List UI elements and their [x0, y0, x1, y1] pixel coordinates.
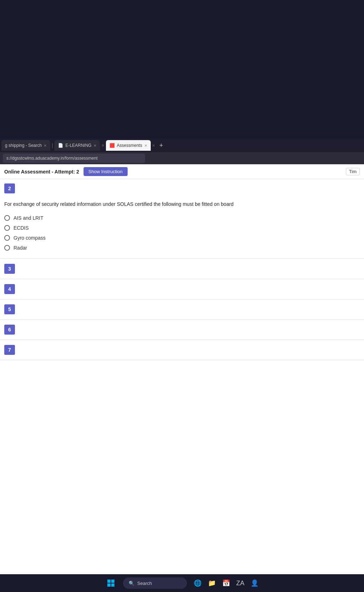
question-5-row: 5 [0, 301, 364, 318]
timer-display: Tim [346, 168, 360, 175]
divider-2 [0, 279, 364, 279]
divider-4 [0, 319, 364, 320]
divider-6 [0, 360, 364, 360]
option-gyro[interactable]: Gyro compass [4, 233, 360, 243]
tab-assessments-close[interactable]: ✕ [144, 144, 147, 148]
divider-3 [0, 299, 364, 299]
tab-separator-1: | [51, 143, 54, 148]
windows-start-button[interactable] [105, 577, 117, 590]
tab-separator-2: × [101, 143, 105, 148]
taskbar-search-icon: 🔍 [129, 581, 134, 586]
taskbar-user-icon[interactable]: 👤 [250, 578, 259, 588]
option-ais-lrit-label: AIS and LRIT [14, 215, 43, 221]
divider-5 [0, 340, 364, 340]
option-radar[interactable]: Radar [4, 243, 360, 253]
option-ais-lrit[interactable]: AIS and LRIT [4, 213, 360, 223]
taskbar-calendar-icon[interactable]: 📅 [221, 578, 231, 588]
tab-bar: g shipping - Search ✕ | 📄 E-LEARNING ✕ ×… [0, 139, 364, 152]
tab-elearning-label: E-LEARNING [65, 143, 91, 148]
browser-chrome: g shipping - Search ✕ | 📄 E-LEARNING ✕ ×… [0, 139, 364, 164]
tab-elearning-close[interactable]: ✕ [93, 144, 96, 148]
taskbar-search-label: Search [137, 581, 152, 586]
question-6-row: 6 [0, 321, 364, 338]
tab-shipping[interactable]: g shipping - Search ✕ [1, 140, 50, 151]
radio-ais-lrit[interactable] [4, 215, 10, 221]
question-4-row: 4 [0, 281, 364, 298]
tab-elearning-icon: 📄 [58, 143, 63, 148]
radio-ecdis[interactable] [4, 225, 10, 231]
tab-shipping-close[interactable]: ✕ [44, 144, 47, 148]
taskbar-lang-icon[interactable]: ZA [235, 578, 245, 588]
question-5-badge[interactable]: 5 [4, 304, 15, 314]
question-2-badge: 2 [4, 183, 15, 193]
question-2-row: 2 [0, 179, 364, 198]
address-bar [0, 152, 364, 164]
radio-gyro[interactable] [4, 235, 10, 241]
option-ecdis-label: ECDIS [14, 225, 29, 231]
question-2-text: For exchange of security related informa… [0, 198, 364, 212]
question-2-options: AIS and LRIT ECDIS Gyro compass Radar [0, 212, 364, 257]
taskbar: 🔍 Search 🌐 📁 📅 ZA 👤 [0, 574, 364, 592]
tab-shipping-label: g shipping - Search [5, 143, 42, 148]
taskbar-search-bar[interactable]: 🔍 Search [123, 577, 187, 589]
question-4-badge[interactable]: 4 [4, 284, 15, 294]
option-radar-label: Radar [14, 245, 27, 251]
show-instruction-button[interactable]: Show Instruction [84, 167, 128, 176]
question-7-badge[interactable]: 7 [4, 345, 15, 355]
tab-assessments[interactable]: 🟥 Assessments ✕ [106, 140, 151, 151]
assessment-title: Online Assessment - Attempt: 2 [4, 169, 79, 175]
dark-top-area [0, 0, 364, 139]
question-6-badge[interactable]: 6 [4, 325, 15, 335]
question-7-row: 7 [0, 341, 364, 358]
taskbar-system-icons: 🌐 📁 📅 ZA 👤 [193, 578, 259, 588]
tab-elearning[interactable]: 📄 E-LEARNING ✕ [54, 140, 100, 151]
tab-separator-3: × [151, 143, 156, 148]
address-input[interactable] [3, 154, 145, 163]
taskbar-network-icon[interactable]: 🌐 [193, 578, 203, 588]
question-3-badge[interactable]: 3 [4, 264, 15, 274]
radio-radar[interactable] [4, 245, 10, 251]
tab-assessments-label: Assessments [117, 143, 142, 148]
question-3-row: 3 [0, 260, 364, 277]
assessment-header: Online Assessment - Attempt: 2 Show Inst… [0, 164, 364, 179]
windows-logo-icon [107, 580, 114, 587]
main-content: 2 For exchange of security related infor… [0, 179, 364, 574]
taskbar-files-icon[interactable]: 📁 [207, 578, 217, 588]
option-ecdis[interactable]: ECDIS [4, 223, 360, 233]
tab-add-button[interactable]: + [156, 142, 166, 149]
tab-assessments-icon: 🟥 [109, 143, 115, 148]
divider-1 [0, 258, 364, 259]
option-gyro-label: Gyro compass [14, 235, 46, 241]
